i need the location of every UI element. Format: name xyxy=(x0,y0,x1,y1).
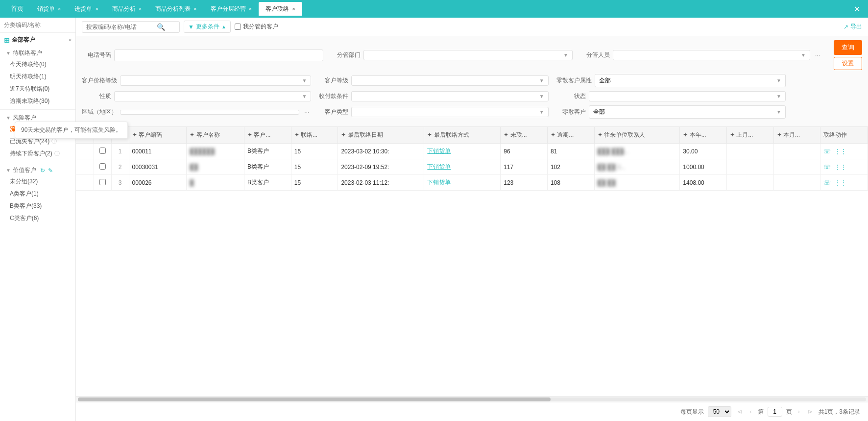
refresh-icon[interactable]: ↻ xyxy=(40,167,45,174)
last-page-button[interactable]: ⊳ xyxy=(806,407,815,416)
tab-customer-contact[interactable]: 客户联络 × xyxy=(259,2,302,16)
col-last-date[interactable]: ✦ 最后联络日期 xyxy=(338,127,424,144)
my-customers-checkbox[interactable] xyxy=(235,24,241,30)
cell-checkbox-1[interactable] xyxy=(94,159,111,175)
col-name[interactable]: ✦ 客户名称 xyxy=(187,127,244,144)
horizontal-scrollbar[interactable] xyxy=(76,396,868,402)
table-body: 1 000011 ██████ B类客户 15 2023-03-02 10:30… xyxy=(76,144,868,191)
cell-settings-2 xyxy=(76,175,94,191)
contact-icon-1[interactable]: ☏ xyxy=(823,164,831,171)
page-number-input[interactable] xyxy=(768,407,782,417)
filter-phone-input[interactable] xyxy=(114,50,323,61)
filter-customer-level-select[interactable]: ▼ xyxy=(351,75,548,86)
export-button[interactable]: ↗ 导出 xyxy=(844,23,862,31)
col-this-month[interactable]: ✦ 本月... xyxy=(773,127,820,144)
tab-purchase-order[interactable]: 进货单 × xyxy=(68,2,105,16)
col-last-type[interactable]: ✦ 最后联络方式 xyxy=(424,127,501,144)
col-unit-contact[interactable]: ✦ 往来单位联系人 xyxy=(594,127,680,144)
col-type[interactable]: ✦ 客户... xyxy=(244,127,291,144)
filter-nature-select[interactable]: ▼ xyxy=(114,91,311,101)
cell-checkbox-0[interactable] xyxy=(94,144,111,159)
table-row: 2 00030031 ██ B类客户 15 2023-02-09 19:52: … xyxy=(76,159,868,175)
cell-last-type-2[interactable]: 下销货单 xyxy=(424,175,501,191)
sidebar-collapse-icon[interactable]: « xyxy=(69,37,72,43)
tab-home[interactable]: 首页 xyxy=(4,4,30,13)
row-checkbox-1[interactable] xyxy=(99,163,106,170)
sidebar-item-overdue-contact[interactable]: 逾期未联络(30) xyxy=(0,95,75,107)
col-code[interactable]: ✦ 客户编码 xyxy=(129,127,187,144)
prev-page-button[interactable]: ‹ xyxy=(748,407,754,416)
filter-person-select[interactable]: ▼ xyxy=(613,50,810,60)
filter-dept-select[interactable]: ▼ xyxy=(363,50,573,60)
col-this-year[interactable]: ✦ 本年... xyxy=(680,127,727,144)
tab-sales-order[interactable]: 销货单 × xyxy=(30,2,68,16)
settings-button[interactable]: 设置 xyxy=(834,57,862,70)
filter-region-dots[interactable]: ··· xyxy=(302,109,311,116)
filter-price-level-select[interactable]: ▼ xyxy=(120,75,311,86)
cell-action-0[interactable]: ☏ ⋮⋮ xyxy=(820,144,868,159)
filter-retail-customer-select[interactable]: 全部 ▼ xyxy=(589,105,786,119)
query-button[interactable]: 查询 xyxy=(834,40,862,55)
sidebar-item-ungrouped[interactable]: 未分组(32) xyxy=(0,175,75,188)
row-checkbox-0[interactable] xyxy=(99,148,106,154)
window-close-button[interactable]: ✕ xyxy=(850,4,864,14)
sidebar-search-input[interactable] xyxy=(4,22,76,28)
close-customer-contact[interactable]: × xyxy=(292,6,295,12)
filter-retail-attr-select[interactable]: 全部 ▼ xyxy=(595,74,786,87)
cell-action-1[interactable]: ☏ ⋮⋮ xyxy=(820,159,868,175)
edit-icon[interactable]: ✎ xyxy=(48,167,53,174)
cell-last-type-0[interactable]: 下销货单 xyxy=(424,144,501,159)
sidebar-item-b-class[interactable]: B类客户(33) xyxy=(0,200,75,212)
scroll-thumb[interactable] xyxy=(78,397,551,401)
per-page-select[interactable]: 50 xyxy=(708,406,731,417)
cell-seq-1: 2 xyxy=(111,159,129,175)
sidebar-item-tomorrow-contact[interactable]: 明天待联络(1) xyxy=(0,71,75,83)
more-icon-1[interactable]: ⋮⋮ xyxy=(835,164,846,171)
scroll-track[interactable] xyxy=(78,397,866,401)
close-customer-tier[interactable]: × xyxy=(249,6,252,12)
search-input[interactable] xyxy=(86,24,155,30)
sidebar-item-7days-contact[interactable]: 近7天待联络(0) xyxy=(0,83,75,95)
tab-customer-tier[interactable]: 客户分层经营 × xyxy=(204,2,259,16)
first-page-button[interactable]: ⊲ xyxy=(735,407,744,416)
close-purchase-order[interactable]: × xyxy=(95,6,98,12)
cell-action-2[interactable]: ☏ ⋮⋮ xyxy=(820,175,868,191)
row-checkbox-2[interactable] xyxy=(99,179,106,185)
cell-last-type-1[interactable]: 下销货单 xyxy=(424,159,501,175)
filter-region-select[interactable] xyxy=(120,110,299,115)
col-contact[interactable]: ✦ 联络... xyxy=(291,127,338,144)
more-icon-0[interactable]: ⋮⋮ xyxy=(835,148,846,155)
tab-product-analysis[interactable]: 商品分析 × xyxy=(105,2,148,16)
sidebar-item-today-contact[interactable]: 今天待联络(0) xyxy=(0,58,75,71)
close-sales-order[interactable]: × xyxy=(58,6,61,12)
col-overdue[interactable]: ✦ 逾期... xyxy=(547,127,594,144)
group-value-customers[interactable]: ▼ 价值客户 ↻ ✎ xyxy=(0,164,75,175)
cell-code-2: 000026 xyxy=(129,175,187,191)
col-not-contacted[interactable]: ✦ 未联... xyxy=(501,127,548,144)
more-icon-2[interactable]: ⋮⋮ xyxy=(835,179,846,186)
contact-icon-0[interactable]: ☏ xyxy=(823,148,831,155)
cell-checkbox-2[interactable] xyxy=(94,175,111,191)
col-last-month[interactable]: ✦ 上月... xyxy=(727,127,774,144)
close-product-analysis[interactable]: × xyxy=(139,6,142,12)
search-icon[interactable]: 🔍 xyxy=(157,23,165,31)
all-customers-header[interactable]: ⊞ 全部客户 « xyxy=(0,33,75,47)
filter-person-dots[interactable]: ··· xyxy=(813,52,822,59)
group-pending-contact[interactable]: ▼ 待联络客户 xyxy=(0,47,75,58)
sidebar-item-c-class[interactable]: C类客户(6) xyxy=(0,212,75,224)
filter-row-3: 性质 ▼ 收付款条件 ▼ 状态 xyxy=(82,91,862,101)
tab-product-analysis-list[interactable]: 商品分析列表 × xyxy=(148,2,203,16)
filter-payment-select[interactable]: ▼ xyxy=(351,91,548,101)
sidebar-item-declining[interactable]: 持续下滑客户(2) ⓘ xyxy=(0,148,75,160)
cell-last-date-0: 2023-03-02 10:30: xyxy=(338,144,424,159)
filter-row-2: 客户价格等级 ▼ 客户等级 ▼ 零散客户属性 全部 xyxy=(82,74,862,87)
my-customers-checkbox-label[interactable]: 我分管的客户 xyxy=(235,23,278,31)
sidebar-item-a-class[interactable]: A类客户(1) xyxy=(0,188,75,200)
contact-icon-2[interactable]: ☏ xyxy=(823,179,831,186)
close-product-analysis-list[interactable]: × xyxy=(193,6,196,12)
next-page-button[interactable]: › xyxy=(796,407,802,416)
filter-status-select[interactable]: ▼ xyxy=(589,91,786,101)
cell-unit-contact-1: ██ ██ 3... xyxy=(594,159,680,175)
filter-customer-type-select[interactable]: ▼ xyxy=(351,107,548,117)
more-filters-button[interactable]: ▼ 更多条件 ▲ xyxy=(184,21,231,33)
